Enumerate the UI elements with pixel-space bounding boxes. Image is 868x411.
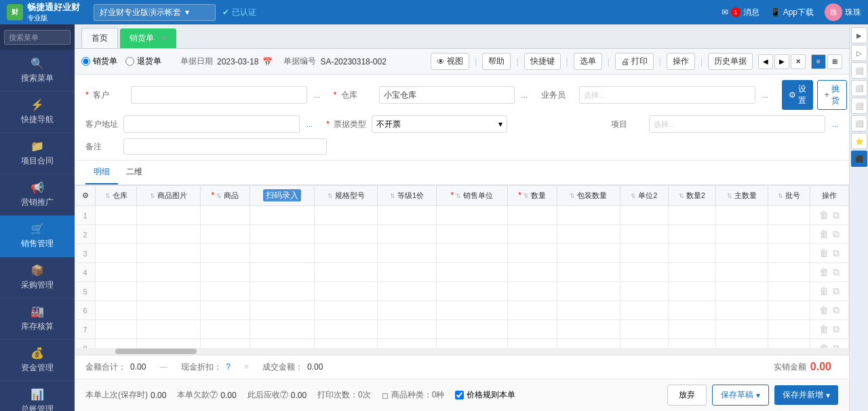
table-cell[interactable]	[96, 301, 137, 320]
table-cell[interactable]	[250, 225, 314, 244]
table-cell[interactable]	[557, 225, 620, 244]
table-cell[interactable]	[137, 225, 201, 244]
table-cell[interactable]	[668, 263, 715, 282]
right-panel-btn-6[interactable]: ⬜	[851, 115, 867, 132]
sidebar-item-marketing[interactable]: 📢 营销推广	[0, 174, 75, 216]
table-cell[interactable]	[557, 339, 620, 349]
table-cell[interactable]	[715, 206, 768, 225]
table-cell[interactable]	[620, 320, 668, 339]
shortcut-button[interactable]: 快捷键	[524, 53, 561, 70]
table-cell[interactable]	[378, 339, 436, 349]
delete-icon[interactable]: 🗑	[819, 324, 829, 335]
table-cell[interactable]	[557, 282, 620, 301]
table-cell[interactable]	[96, 339, 137, 349]
salesperson-input[interactable]: 选择...	[579, 86, 755, 104]
table-cell[interactable]	[378, 301, 436, 320]
table-cell[interactable]	[507, 320, 557, 339]
table-cell[interactable]	[96, 263, 137, 282]
sidebar-item-search[interactable]: 🔍 搜索菜单	[0, 50, 75, 92]
radio-return[interactable]: 退货单	[125, 56, 161, 67]
table-cell[interactable]	[768, 301, 810, 320]
table-cell[interactable]	[507, 339, 557, 349]
copy-icon[interactable]: ⧉	[833, 267, 840, 278]
delete-icon[interactable]: 🗑	[819, 267, 829, 278]
copy-icon[interactable]: ⧉	[833, 210, 840, 221]
copy-icon[interactable]: ⧉	[833, 286, 840, 297]
delete-icon[interactable]: 🗑	[819, 229, 829, 240]
right-panel-btn-active[interactable]: ⬛	[851, 151, 867, 167]
select-order-button[interactable]: 选单	[574, 53, 602, 70]
table-cell[interactable]	[436, 244, 507, 263]
table-cell[interactable]	[378, 282, 436, 301]
table-cell[interactable]	[557, 301, 620, 320]
pick-goods-button[interactable]: + 挑货	[817, 80, 847, 110]
table-cell[interactable]	[557, 206, 620, 225]
table-cell[interactable]	[620, 225, 668, 244]
tab-home[interactable]: 首页	[81, 28, 118, 48]
table-cell[interactable]	[96, 282, 137, 301]
table-cell[interactable]	[768, 339, 810, 349]
right-panel-btn-1[interactable]: ▶	[851, 27, 867, 43]
radio-sale[interactable]: 销货单	[81, 56, 117, 67]
table-cell[interactable]	[620, 301, 668, 320]
table-cell[interactable]	[715, 244, 768, 263]
app-download-button[interactable]: 📱 App下载	[770, 7, 814, 18]
table-cell[interactable]	[620, 244, 668, 263]
table-cell[interactable]	[507, 244, 557, 263]
table-cell[interactable]	[137, 320, 201, 339]
invoice-type-select[interactable]: 不开票 ▾	[372, 115, 507, 133]
settings-button[interactable]: ⚙ 设置	[782, 80, 813, 110]
print-button[interactable]: 🖨 打印	[615, 53, 654, 70]
search-input[interactable]	[4, 30, 71, 45]
sidebar-item-finance[interactable]: 💰 资金管理	[0, 340, 75, 381]
project-input[interactable]: 选择...	[649, 115, 825, 133]
table-cell[interactable]	[620, 282, 668, 301]
table-cell[interactable]	[137, 301, 201, 320]
table-cell[interactable]	[378, 206, 436, 225]
delete-icon[interactable]: 🗑	[819, 210, 829, 221]
save-new-button[interactable]: 保存并新增 ▾	[774, 385, 838, 405]
table-scrollbar[interactable]	[75, 348, 849, 355]
view-button[interactable]: 👁 视图	[431, 53, 469, 70]
table-cell[interactable]	[314, 244, 378, 263]
table-cell[interactable]	[668, 206, 715, 225]
table-cell[interactable]	[668, 225, 715, 244]
abandon-button[interactable]: 放弃	[667, 385, 707, 406]
table-cell[interactable]	[436, 320, 507, 339]
table-cell[interactable]	[436, 225, 507, 244]
right-panel-btn-3[interactable]: ⬜	[851, 62, 867, 79]
table-cell[interactable]	[436, 339, 507, 349]
table-cell[interactable]	[137, 282, 201, 301]
table-cell[interactable]	[96, 206, 137, 225]
table-cell[interactable]	[768, 282, 810, 301]
sidebar-item-purchase[interactable]: 📦 采购管理	[0, 257, 75, 298]
table-cell[interactable]	[314, 282, 378, 301]
copy-icon[interactable]: ⧉	[833, 248, 840, 259]
table-cell[interactable]	[250, 320, 314, 339]
table-scrollbar-thumb[interactable]	[115, 349, 197, 354]
table-cell[interactable]	[715, 282, 768, 301]
sidebar-item-project[interactable]: 📁 项目合同	[0, 133, 75, 174]
help-button[interactable]: 帮助	[482, 53, 511, 70]
table-cell[interactable]	[314, 301, 378, 320]
table-cell[interactable]	[436, 282, 507, 301]
table-cell[interactable]	[715, 263, 768, 282]
table-cell[interactable]	[96, 320, 137, 339]
table-cell[interactable]	[557, 263, 620, 282]
table-cell[interactable]	[314, 320, 378, 339]
table-cell[interactable]	[715, 225, 768, 244]
table-cell[interactable]	[507, 206, 557, 225]
calendar-icon[interactable]: 📅	[262, 57, 273, 66]
table-cell[interactable]	[250, 301, 314, 320]
table-cell[interactable]	[378, 225, 436, 244]
table-cell[interactable]	[620, 339, 668, 349]
table-cell[interactable]	[378, 263, 436, 282]
table-cell[interactable]	[507, 263, 557, 282]
table-cell[interactable]	[436, 263, 507, 282]
delete-icon[interactable]: 🗑	[819, 286, 829, 297]
warehouse-ellipsis-button[interactable]: ...	[521, 91, 528, 99]
table-cell[interactable]	[668, 244, 715, 263]
table-cell[interactable]	[557, 320, 620, 339]
right-panel-btn-2[interactable]: ▷	[851, 45, 867, 61]
table-cell[interactable]	[378, 320, 436, 339]
